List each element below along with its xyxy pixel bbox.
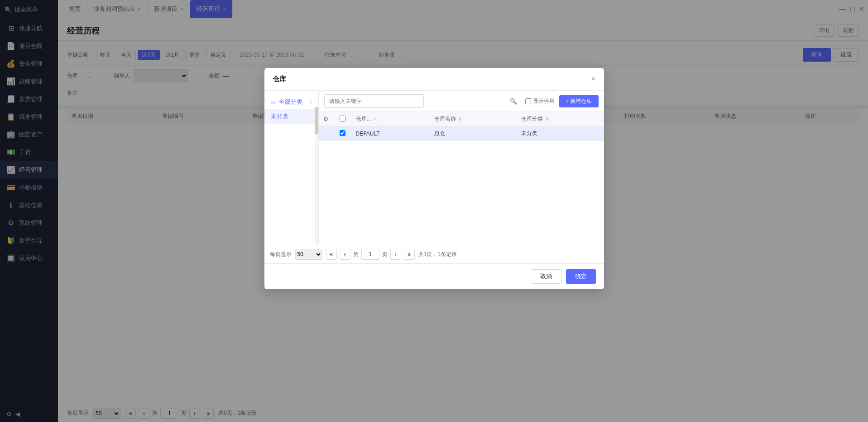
cancel-button[interactable]: 取消 <box>531 269 561 284</box>
all-categories-label: 全部分类 <box>279 98 302 106</box>
sort-icon-category: ⇅ <box>545 116 549 121</box>
settings-col-icon: ⚙ <box>323 116 328 122</box>
dialog-total-label: 共1页，1条记录 <box>418 251 457 258</box>
left-scrollbar-thumb <box>315 107 318 134</box>
th-warehouse-name-label: 仓库名称 <box>434 116 456 122</box>
all-categories-icon: ⚏ <box>271 99 276 106</box>
left-scrollbar-track <box>315 107 318 245</box>
row-settings-cell <box>319 126 335 141</box>
dialog-per-page-label: 每页显示 <box>270 251 292 258</box>
category-item-label: 未分类 <box>271 113 288 120</box>
show-disabled-label[interactable]: 显示停用 <box>525 97 555 105</box>
dialog-first-page-btn[interactable]: « <box>326 249 337 260</box>
dialog-right-panel: 🔍 显示停用 + 新增仓库 ⚙ <box>319 91 604 245</box>
dialog-toolbar: 🔍 显示停用 + 新增仓库 <box>319 91 604 112</box>
dialog-header: 仓库 × <box>264 68 604 91</box>
warehouse-search-input[interactable] <box>324 94 424 108</box>
dialog-action-buttons: 取消 确定 <box>264 263 604 289</box>
sort-icon-name: ⇅ <box>458 116 462 121</box>
th-warehouse-code[interactable]: 仓库... ⇅ <box>351 112 430 126</box>
th-warehouse-name[interactable]: 仓库名称 ⇅ <box>430 112 517 126</box>
dialog-prev-page-btn[interactable]: ‹ <box>340 249 350 260</box>
dialog-page-unit: 页 <box>382 251 388 258</box>
search-wrap: 🔍 <box>324 94 521 108</box>
dialog-pagination-bar: 每页显示 50 « ‹ 第 页 › » 共1页，1条记录 <box>264 245 604 263</box>
th-warehouse-category-label: 仓库分类 <box>521 116 543 122</box>
table-row[interactable]: DEFAULT 总仓 未分类 <box>319 126 604 141</box>
dialog-category-header[interactable]: ⚏ 全部分类 《 <box>264 95 318 109</box>
dialog-table-wrap: ⚙ 仓库... ⇅ 仓库名称 ⇅ <box>319 112 604 245</box>
category-item-unclassified[interactable]: 未分类 <box>264 109 318 124</box>
confirm-button[interactable]: 确定 <box>566 269 596 284</box>
warehouse-dialog: 仓库 × ⚏ 全部分类 《 未分类 🔍 <box>264 68 604 289</box>
show-disabled-text: 显示停用 <box>533 97 555 105</box>
dialog-page-input[interactable] <box>361 249 379 260</box>
show-disabled-checkbox[interactable] <box>525 98 531 104</box>
th-checkbox <box>335 112 351 126</box>
row-id-cell: DEFAULT <box>351 126 430 141</box>
dialog-page-label: 第 <box>353 251 359 258</box>
dialog-left-panel: ⚏ 全部分类 《 未分类 <box>264 91 319 245</box>
row-checkbox[interactable] <box>340 130 345 136</box>
left-scrollbar[interactable] <box>315 107 318 245</box>
row-category-cell: 未分类 <box>517 126 604 141</box>
th-warehouse-category[interactable]: 仓库分类 ⇅ <box>517 112 604 126</box>
dialog-close-btn[interactable]: × <box>591 74 596 84</box>
th-settings: ⚙ <box>319 112 335 126</box>
row-name-cell: 总仓 <box>430 126 517 141</box>
add-warehouse-button[interactable]: + 新增仓库 <box>559 95 598 107</box>
warehouse-table: ⚙ 仓库... ⇅ 仓库名称 ⇅ <box>319 112 604 141</box>
row-checkbox-cell <box>335 126 351 141</box>
th-warehouse-code-label: 仓库... <box>356 116 371 122</box>
sort-icon-code: ⇅ <box>374 116 377 121</box>
dialog-last-page-btn[interactable]: » <box>404 249 415 260</box>
dialog-per-page-select[interactable]: 50 <box>295 249 322 260</box>
dialog-body: ⚏ 全部分类 《 未分类 🔍 显示停用 <box>264 91 604 245</box>
search-icon-btn[interactable]: 🔍 <box>510 98 517 105</box>
dialog-next-page-btn[interactable]: › <box>390 249 401 260</box>
select-all-checkbox[interactable] <box>340 116 345 121</box>
dialog-pagination-controls: « ‹ 第 页 › » <box>326 249 415 260</box>
dialog-title: 仓库 <box>273 75 286 83</box>
collapse-panel-btn[interactable]: 《 <box>307 98 312 106</box>
